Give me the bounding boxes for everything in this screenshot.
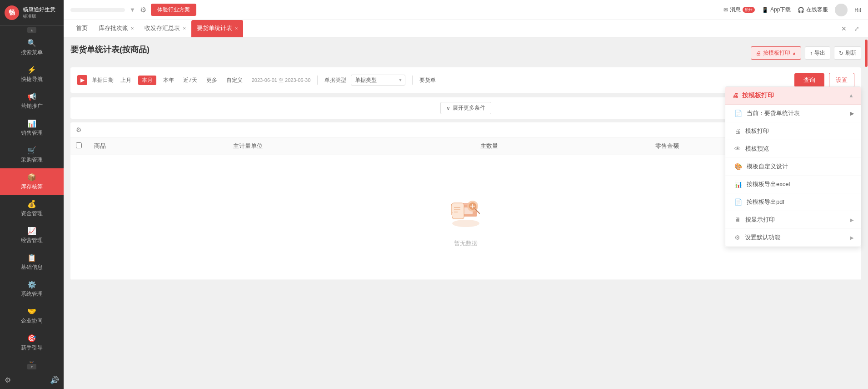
sidebar-item-quick-nav[interactable]: ⚡ 快捷导航 [0, 61, 64, 88]
sidebar-item-sys-mgmt[interactable]: ⚙️ 系统管理 [0, 276, 64, 303]
sidebar-item-finance[interactable]: 💰 资金管理 [0, 195, 64, 222]
tab-receipt-summary[interactable]: 收发存汇总表 × [139, 20, 191, 37]
date-btn-more[interactable]: 更多 [204, 76, 219, 85]
sidebar-item-operations[interactable]: 📈 经营管理 [0, 222, 64, 249]
tab-order-stats[interactable]: 要货单统计表 × [191, 20, 243, 37]
template-preview-item[interactable]: 👁 模板预览 [725, 140, 861, 158]
sidebar-item-label: 新手引导 [21, 344, 43, 352]
close-receipt-summary-icon[interactable]: × [183, 25, 185, 31]
sidebar-item-label: 基础信息 [21, 263, 43, 271]
app-download-btn[interactable]: 📱 App下载 [762, 6, 791, 14]
type-label: 单据类型 [324, 76, 346, 84]
right-scrollbar[interactable] [864, 37, 868, 389]
current-template-item[interactable]: 📄 当前：要货单统计表 ▶ [725, 105, 861, 122]
date-btn-7days[interactable]: 近7天 [181, 76, 200, 85]
close-inventory-batch-icon[interactable]: × [131, 25, 134, 31]
sidebar-item-label: 营销推广 [21, 102, 43, 110]
dropdown-menu: 🖨 按模板打印 ▲ 📄 当前：要货单统计表 ▶ 🖨 模板打印 👁 模板预览 [725, 86, 861, 247]
export-excel-label: 按模板导出excel [747, 180, 790, 188]
date-btn-this-month[interactable]: 本月 [138, 76, 156, 85]
sound-icon[interactable]: 🔊 [50, 376, 59, 384]
sidebar-item-basic-info[interactable]: 📋 基础信息 [0, 249, 64, 276]
main-content: ▼ ⚙ 体验行业方案 ✉ 消息 99+ 📱 App下载 🎧 在线客服 Rit 首… [64, 0, 868, 389]
sidebar-item-enterprise[interactable]: 🤝 企业协同 [0, 303, 64, 329]
template-custom-icon: 🎨 [734, 163, 742, 170]
chevron-right-display-icon: ▶ [850, 217, 854, 222]
marketing-icon: 📢 [27, 92, 36, 101]
experience-btn[interactable]: 体验行业方案 [151, 4, 196, 16]
export-pdf-item[interactable]: 📄 按模板导出pdf [725, 193, 861, 211]
sidebar-logo: 畅 畅康通好生意 标准版 [0, 0, 64, 26]
dropdown-header-left: 🖨 按模板打印 [732, 91, 774, 100]
action-buttons: 🖨 按模板打印 ▲ ↑ 导出 ↻ 刷新 [751, 46, 861, 60]
default-function-icon: ⚙ [734, 234, 740, 241]
download-icon: 📱 [762, 7, 768, 13]
sidebar-scroll-down[interactable]: ▼ [27, 364, 36, 369]
template-preview-label: 模板预览 [745, 145, 769, 153]
date-range: 2023-06-01 至 2023-06-30 [252, 77, 311, 84]
message-btn[interactable]: ✉ 消息 99+ [723, 6, 755, 14]
search-input[interactable] [70, 8, 125, 12]
online-service-btn[interactable]: 🎧 在线客服 [798, 6, 828, 14]
sidebar-item-marketing[interactable]: 📢 营销推广 [0, 88, 64, 115]
default-function-section[interactable]: ⚙ 设置默认功能 ▶ [725, 229, 861, 247]
message-badge: 99+ [743, 7, 755, 13]
dropdown-header[interactable]: 🖨 按模板打印 ▲ [725, 87, 861, 105]
filter-toggle-btn[interactable]: ▶ [77, 75, 87, 85]
col-checkbox [70, 137, 89, 155]
tabs-right-controls: ✕ ⤢ [839, 24, 861, 33]
sidebar-item-search-menu[interactable]: 🔍 搜索菜单 [0, 34, 64, 61]
tab-inventory-batch[interactable]: 库存批次账 × [93, 20, 139, 37]
gear-icon[interactable]: ⚙ [140, 5, 146, 14]
search-menu-icon: 🔍 [27, 39, 36, 47]
select-all-checkbox[interactable] [76, 142, 82, 148]
sidebar-scroll-up[interactable]: ▲ [27, 27, 36, 33]
template-print-icon: 🖨 [734, 127, 741, 135]
tab-home[interactable]: 首页 [70, 20, 93, 37]
category-label: 要货单 [419, 76, 436, 84]
page-area: 要货单统计表(按商品) 🖨 按模板打印 ▲ ↑ 导出 ↻ 刷新 ▶ [64, 37, 868, 389]
query-btn[interactable]: 查询 [794, 73, 824, 87]
date-btn-last-month[interactable]: 上月 [118, 76, 134, 85]
chevron-up-icon: ▲ [792, 51, 796, 56]
chevron-right-icon: ▶ [850, 111, 854, 116]
expand-more-btn[interactable]: ∨ 展开更多条件 [440, 102, 491, 114]
template-print-item[interactable]: 🖨 模板打印 [725, 122, 861, 140]
avatar[interactable] [835, 4, 848, 16]
display-print-section[interactable]: 🖥 按显示打印 ▶ [725, 211, 861, 229]
sidebar-item-label: 经营管理 [21, 237, 43, 244]
sales-icon: 📊 [27, 119, 36, 128]
app-download-label: App下载 [770, 6, 791, 14]
export-excel-item[interactable]: 📊 按模板导出excel [725, 176, 861, 193]
sidebar-item-guide[interactable]: 🎯 新手引导 [0, 329, 64, 356]
sidebar-item-app-center[interactable]: 📱 应用中心 [0, 356, 64, 363]
top-bar-actions: ✉ 消息 99+ 📱 App下载 🎧 在线客服 Rit [723, 4, 861, 16]
top-bar: ▼ ⚙ 体验行业方案 ✉ 消息 99+ 📱 App下载 🎧 在线客服 Rit [64, 0, 868, 20]
template-custom-item[interactable]: 🎨 模板自定义设计 [725, 158, 861, 176]
message-icon: ✉ [723, 7, 728, 13]
date-btn-custom[interactable]: 自定义 [224, 76, 245, 85]
tab-home-label: 首页 [76, 24, 88, 32]
svg-point-0 [452, 220, 479, 227]
expand-tab-btn[interactable]: ⤢ [852, 24, 861, 33]
message-label: 消息 [730, 6, 741, 14]
tab-receipt-summary-label: 收发存汇总表 [145, 24, 180, 32]
default-function-label: 设置默认功能 [745, 233, 780, 242]
table-settings-icon[interactable]: ⚙ [76, 126, 82, 133]
settings-icon[interactable]: ⚙ [5, 376, 11, 384]
export-btn[interactable]: ↑ 导出 [805, 46, 830, 60]
search-dropdown-btn[interactable]: ▼ [130, 6, 135, 13]
sidebar-item-label: 销售管理 [21, 129, 43, 137]
settings-btn[interactable]: 设置 [829, 73, 854, 87]
refresh-btn[interactable]: ↻ 刷新 [834, 46, 861, 60]
export-icon: ↑ [810, 50, 813, 56]
type-select[interactable]: 单据类型 [351, 75, 405, 86]
date-btn-this-year[interactable]: 本年 [161, 76, 176, 85]
print-template-btn[interactable]: 🖨 按模板打印 ▲ [751, 46, 801, 60]
sidebar-item-purchase[interactable]: 🛒 采购管理 [0, 141, 64, 168]
sidebar-item-sales[interactable]: 📊 销售管理 [0, 115, 64, 141]
close-order-stats-icon[interactable]: × [235, 25, 238, 31]
sidebar-item-inventory[interactable]: 📦 库存核算 [0, 168, 64, 195]
logo-icon: 畅 [5, 5, 19, 20]
close-tab-btn[interactable]: ✕ [839, 24, 848, 33]
